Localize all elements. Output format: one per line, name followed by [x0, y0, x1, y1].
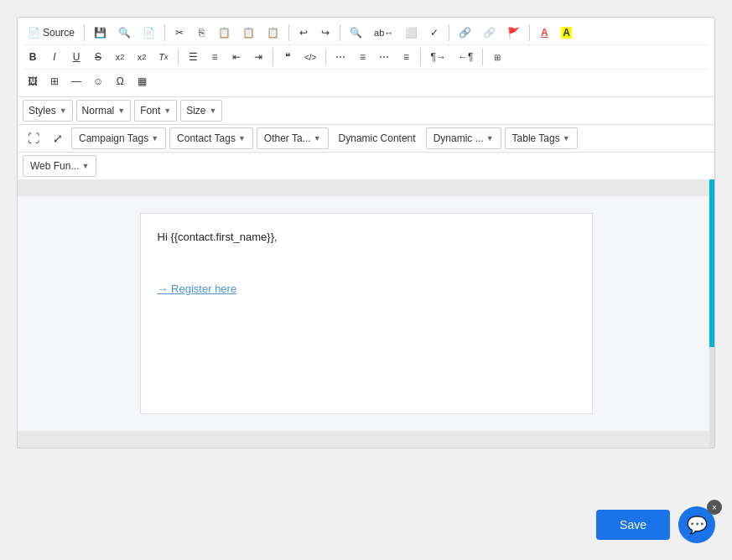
ordered-list-button[interactable]: ☰ — [183, 47, 203, 67]
web-fun-arrow: ▼ — [81, 162, 89, 170]
special-char-button[interactable]: Ω — [110, 71, 130, 91]
hr-button[interactable]: — — [66, 71, 86, 91]
dynamic-dropdown[interactable]: Dynamic ... ▼ — [426, 127, 501, 149]
save-icon: 💾 — [94, 27, 106, 39]
table-tags-dropdown[interactable]: Table Tags ▼ — [505, 127, 578, 149]
subscript-button[interactable]: x2 — [110, 47, 130, 67]
anchor-button[interactable]: 🚩 — [502, 23, 525, 43]
table-tags-arrow: ▼ — [563, 134, 570, 143]
size-arrow: ▼ — [209, 106, 216, 115]
paste-text-button[interactable]: 📋 — [237, 23, 260, 43]
source-button[interactable]: 📄 Source — [23, 23, 80, 43]
bidi-rtl-button[interactable]: ←¶ — [453, 47, 478, 67]
find-button[interactable]: 🔍 — [345, 23, 367, 43]
campaign-tags-dropdown[interactable]: Campaign Tags ▼ — [71, 127, 166, 149]
separator-4 — [340, 24, 340, 41]
spell-check-button[interactable]: ✓ — [424, 23, 444, 43]
resize-button[interactable]: ⤢ — [48, 128, 68, 148]
align-left-button[interactable]: ⋯ — [330, 47, 350, 67]
fullscreen-button[interactable]: ⛶ — [23, 128, 44, 148]
code-button[interactable]: </> — [299, 47, 321, 67]
dynamic-label: Dynamic ... — [433, 132, 484, 144]
undo-button[interactable]: ↩ — [293, 23, 314, 43]
underline-button[interactable]: U — [66, 47, 86, 67]
superscript-button[interactable]: x2 — [132, 47, 152, 67]
unlink-icon: 🔗 — [483, 27, 496, 39]
web-fun-label: Web Fun... — [30, 160, 79, 172]
scrollbar[interactable] — [709, 179, 714, 448]
align-center-button[interactable]: ≡ — [352, 47, 372, 67]
dynamic-content-label: Dynamic Content — [339, 132, 416, 144]
paste-button[interactable]: 📋 — [213, 23, 236, 43]
size-select[interactable]: Size ▼ — [180, 100, 222, 122]
toolbar-row-3: 🖼 ⊞ — ☺ Ω ▦ — [23, 69, 709, 93]
blockquote-icon: ❝ — [285, 51, 290, 63]
close-chat-badge[interactable]: × — [707, 500, 722, 515]
image-button[interactable]: 🖼 — [23, 71, 43, 91]
table-format-button[interactable]: ⊞ — [487, 47, 507, 67]
contact-tags-dropdown[interactable]: Contact Tags ▼ — [169, 127, 253, 149]
table-icon: ⊞ — [50, 75, 59, 87]
indent-decrease-button[interactable]: ⇤ — [226, 47, 247, 67]
align-justify-icon: ≡ — [403, 51, 409, 63]
cut-button[interactable]: ✂ — [169, 23, 189, 43]
separator-5 — [449, 24, 449, 41]
anchor-icon: 🚩 — [507, 27, 520, 39]
web-fun-dropdown[interactable]: Web Fun... ▼ — [23, 155, 96, 177]
normal-label: Normal — [82, 105, 115, 117]
template-button[interactable]: 📄 — [138, 23, 160, 43]
code-icon: </> — [304, 53, 316, 62]
special-char-icon: Ω — [117, 75, 124, 87]
toolbar-row-2: B I U S x2 x2 Tx ☰ ≡ ⇤ ⇥ ❝ </> ⋯ ≡ ⋯ ≡ ¶… — [23, 44, 709, 69]
table-insert-button[interactable]: ⊞ — [44, 71, 65, 91]
table-tags-label: Table Tags — [512, 132, 560, 144]
link-button[interactable]: 🔗 — [454, 23, 476, 43]
blockquote-button[interactable]: ❝ — [278, 47, 298, 67]
styles-arrow: ▼ — [60, 106, 67, 115]
register-link[interactable]: → Register here — [158, 283, 237, 295]
redo-icon: ↪ — [321, 27, 330, 39]
normal-select[interactable]: Normal ▼ — [76, 100, 132, 122]
dynamic-content-button[interactable]: Dynamic Content — [332, 127, 423, 149]
font-select[interactable]: Font ▼ — [134, 100, 177, 122]
bg-color-button[interactable]: A — [556, 23, 577, 43]
contact-tags-label: Contact Tags — [177, 132, 236, 144]
tags-bar: ⛶ ⤢ Campaign Tags ▼ Contact Tags ▼ Other… — [18, 125, 714, 153]
file-icon: 📄 — [28, 27, 40, 39]
unlink-button[interactable]: 🔗 — [478, 23, 501, 43]
paste-word-icon: 📋 — [267, 27, 279, 39]
redo-button[interactable]: ↪ — [315, 23, 335, 43]
styles-select[interactable]: Styles ▼ — [23, 100, 73, 122]
bold-button[interactable]: B — [23, 47, 43, 67]
emoji-button[interactable]: ☺ — [88, 71, 108, 91]
align-right-button[interactable]: ⋯ — [374, 47, 394, 67]
align-justify-button[interactable]: ≡ — [396, 47, 416, 67]
copy-icon: ⎘ — [199, 27, 205, 39]
clear-format-button[interactable]: Tx — [153, 47, 174, 67]
editor-content-area[interactable]: Hi {{contact.first_name}}, → Register he… — [140, 213, 593, 414]
copy-button[interactable]: ⎘ — [191, 23, 211, 43]
ordered-list-icon: ☰ — [189, 51, 198, 63]
separator-11 — [482, 49, 483, 65]
italic-button[interactable]: I — [44, 47, 65, 67]
editor-empty-line — [158, 257, 575, 269]
iframe-button[interactable]: ▦ — [132, 71, 152, 91]
table-format-icon: ⊞ — [494, 53, 501, 62]
text-color-button[interactable]: A — [534, 23, 554, 43]
replace-button[interactable]: ab↔ — [369, 23, 398, 43]
indent-increase-button[interactable]: ⇥ — [248, 47, 268, 67]
editor-text-line1: Hi {{contact.first_name}}, — [158, 231, 575, 243]
replace-icon: ab↔ — [374, 28, 393, 38]
other-tags-dropdown[interactable]: Other Ta... ▼ — [257, 127, 329, 149]
bidi-ltr-button[interactable]: ¶→ — [425, 47, 450, 67]
select-all-button[interactable]: ⬜ — [400, 23, 423, 43]
unordered-list-button[interactable]: ≡ — [205, 47, 225, 67]
scrollbar-thumb — [709, 179, 714, 347]
save-button[interactable]: 💾 — [89, 23, 112, 43]
preview-button[interactable]: 🔍 — [113, 23, 136, 43]
separator-8 — [273, 49, 273, 65]
paste-icon: 📋 — [218, 27, 231, 39]
paste-word-button[interactable]: 📋 — [262, 23, 284, 43]
save-button[interactable]: Save — [596, 510, 670, 540]
strikethrough-button[interactable]: S — [88, 47, 108, 67]
